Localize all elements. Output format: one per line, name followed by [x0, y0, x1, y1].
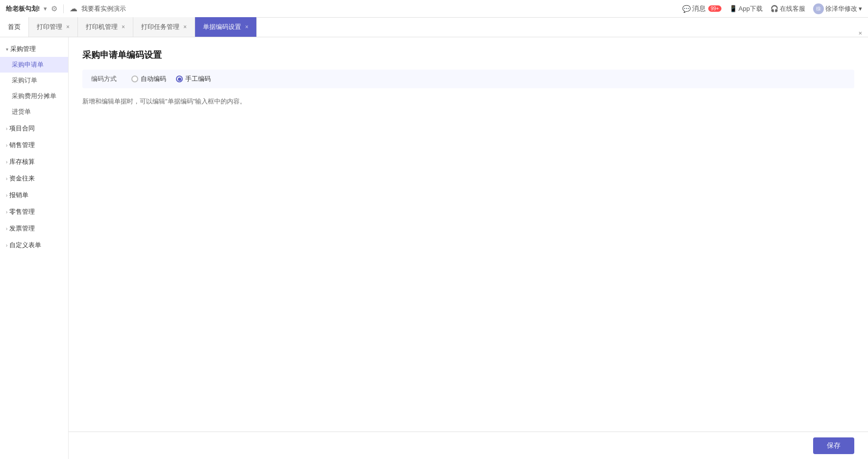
sidebar-group-header-custom-form[interactable]: › 自定义表单 [0, 237, 68, 253]
cloud-icon: ☁ [70, 4, 77, 13]
sidebar-group-header-return[interactable]: › 报销单 [0, 187, 68, 203]
user-profile[interactable]: 徐 徐泽华修改 ▾ [813, 3, 862, 14]
tab-printer-mgmt-close[interactable]: × [122, 24, 125, 30]
content-spacer [82, 111, 854, 420]
main-layout: ▾ 采购管理 采购申请单 采购订单 采购费用分摊单 进货单 › 项目合同 [0, 37, 868, 459]
app-label: App下载 [739, 4, 763, 13]
sidebar-group-sales: › 销售管理 [0, 137, 68, 153]
service-label: 在线客服 [780, 4, 805, 13]
tab-single-code-setting[interactable]: 单据编码设置 × [195, 17, 257, 37]
sidebar-group-header-project-contract[interactable]: › 项目合同 [0, 121, 68, 136]
coding-method-row: 编码方式 自动编码 手工编码 [82, 70, 854, 88]
tab-single-code-label: 单据编码设置 [203, 23, 241, 31]
sidebar-group-retail-label: 零售管理 [9, 207, 35, 216]
auto-code-label: 自动编码 [141, 75, 166, 83]
tab-home[interactable]: 首页 [0, 17, 29, 37]
dropdown-icon[interactable]: ▾ [44, 5, 47, 12]
top-bar: 给老板勾划! ▾ ⚙ ☁ 我要看实例演示 💬 消息 99+ 📱 App下载 🎧 … [0, 0, 868, 18]
tab-printer-mgmt-label: 打印机管理 [86, 23, 118, 31]
app-icon: 📱 [729, 5, 737, 12]
sidebar-group-retail: › 零售管理 [0, 204, 68, 220]
message-button[interactable]: 💬 消息 99+ [682, 4, 721, 13]
sidebar-group-header-capital[interactable]: › 资金往来 [0, 171, 68, 186]
close-all-icon: × [858, 29, 862, 37]
sidebar-item-purchase-order[interactable]: 采购订单 [0, 73, 68, 88]
purchase-arrow-icon: ▾ [6, 47, 8, 52]
avatar: 徐 [813, 3, 824, 14]
sidebar-group-header-retail[interactable]: › 零售管理 [0, 204, 68, 220]
sidebar-group-return: › 报销单 [0, 187, 68, 203]
sidebar: ▾ 采购管理 采购申请单 采购订单 采购费用分摊单 进货单 › 项目合同 [0, 37, 69, 459]
sidebar-group-capital-label: 资金往来 [9, 174, 35, 183]
tab-close-all[interactable]: × [852, 29, 868, 37]
sales-arrow-icon: › [6, 143, 7, 148]
sidebar-group-header-purchase[interactable]: ▾ 采购管理 [0, 41, 68, 57]
sidebar-group-project-contract-label: 项目合同 [9, 124, 35, 133]
sidebar-item-purchase-expense[interactable]: 采购费用分摊单 [0, 88, 68, 104]
sidebar-group-header-sales[interactable]: › 销售管理 [0, 137, 68, 153]
sidebar-group-purchase: ▾ 采购管理 采购申请单 采购订单 采购费用分摊单 进货单 [0, 41, 68, 120]
message-badge: 99+ [708, 5, 721, 12]
tab-home-label: 首页 [8, 23, 21, 31]
sidebar-item-purchase-expense-label: 采购费用分摊单 [12, 92, 56, 100]
return-arrow-icon: › [6, 193, 7, 198]
manual-code-label: 手工编码 [185, 75, 211, 83]
bottom-bar: 保存 [69, 432, 868, 459]
project-contract-arrow-icon: › [6, 126, 7, 131]
sidebar-item-purchase-request-label: 采购申请单 [12, 61, 44, 68]
sidebar-group-invoice: › 发票管理 [0, 221, 68, 236]
coding-method-label: 编码方式 [91, 75, 117, 83]
user-name: 徐泽华修改 [825, 4, 857, 13]
divider [63, 4, 64, 13]
manual-code-radio[interactable]: 手工编码 [176, 75, 211, 83]
sidebar-group-sales-label: 销售管理 [9, 141, 35, 150]
content-area: 采购申请单编码设置 编码方式 自动编码 手工编码 新增和编辑单据时，可以编辑"单… [69, 37, 868, 459]
sidebar-item-stock-in-label: 进货单 [12, 108, 31, 115]
tab-print-task-mgmt[interactable]: 打印任务管理 × [133, 17, 195, 37]
sidebar-item-purchase-request[interactable]: 采购申请单 [0, 57, 68, 73]
manual-code-radio-circle [176, 76, 183, 82]
tab-print-mgmt[interactable]: 打印管理 × [29, 17, 78, 37]
sidebar-group-header-invoice[interactable]: › 发票管理 [0, 221, 68, 236]
sidebar-group-project-contract: › 项目合同 [0, 121, 68, 136]
tab-bar: 首页 打印管理 × 打印机管理 × 打印任务管理 × 单据编码设置 × × [0, 18, 868, 37]
sidebar-group-inventory: › 库存核算 [0, 154, 68, 170]
page-title: 采购申请单编码设置 [82, 49, 854, 61]
tab-print-mgmt-close[interactable]: × [66, 24, 70, 30]
tab-print-task-mgmt-close[interactable]: × [183, 24, 187, 30]
inventory-arrow-icon: › [6, 159, 7, 165]
user-dropdown-icon: ▾ [859, 5, 862, 12]
sidebar-item-stock-in[interactable]: 进货单 [0, 104, 68, 120]
tab-print-mgmt-label: 打印管理 [37, 23, 62, 31]
service-icon: 🎧 [770, 5, 778, 12]
sidebar-item-purchase-order-label: 采购订单 [12, 76, 37, 84]
custom-form-arrow-icon: › [6, 243, 7, 248]
message-label: 消息 [692, 4, 706, 13]
content-panel: 采购申请单编码设置 编码方式 自动编码 手工编码 新增和编辑单据时，可以编辑"单… [69, 37, 868, 432]
online-service-button[interactable]: 🎧 在线客服 [770, 4, 805, 13]
tab-print-task-mgmt-label: 打印任务管理 [141, 23, 179, 31]
retail-arrow-icon: › [6, 209, 7, 215]
save-button[interactable]: 保存 [813, 437, 854, 454]
sidebar-group-capital: › 资金往来 [0, 171, 68, 186]
tab-printer-mgmt[interactable]: 打印机管理 × [78, 17, 133, 37]
sidebar-group-return-label: 报销单 [9, 191, 28, 200]
sidebar-group-custom-form: › 自定义表单 [0, 237, 68, 253]
app-title: 给老板勾划! [6, 4, 40, 13]
info-text: 新增和编辑单据时，可以编辑"单据编码"输入框中的内容。 [82, 97, 854, 106]
auto-code-radio-circle [131, 76, 138, 82]
message-icon: 💬 [682, 5, 691, 13]
sidebar-group-purchase-label: 采购管理 [10, 45, 36, 53]
capital-arrow-icon: › [6, 176, 7, 181]
tab-single-code-close[interactable]: × [245, 24, 248, 30]
sidebar-group-inventory-label: 库存核算 [9, 157, 35, 166]
sidebar-group-header-inventory[interactable]: › 库存核算 [0, 154, 68, 170]
sidebar-group-custom-form-label: 自定义表单 [9, 241, 41, 250]
auto-code-radio[interactable]: 自动编码 [131, 75, 166, 83]
invoice-arrow-icon: › [6, 226, 7, 231]
settings-icon[interactable]: ⚙ [51, 4, 57, 13]
prompt-text[interactable]: 我要看实例演示 [81, 4, 126, 13]
top-bar-right: 💬 消息 99+ 📱 App下载 🎧 在线客服 徐 徐泽华修改 ▾ [682, 3, 862, 14]
top-bar-left: 给老板勾划! ▾ ⚙ ☁ 我要看实例演示 [6, 4, 126, 13]
app-download-button[interactable]: 📱 App下载 [729, 4, 763, 13]
